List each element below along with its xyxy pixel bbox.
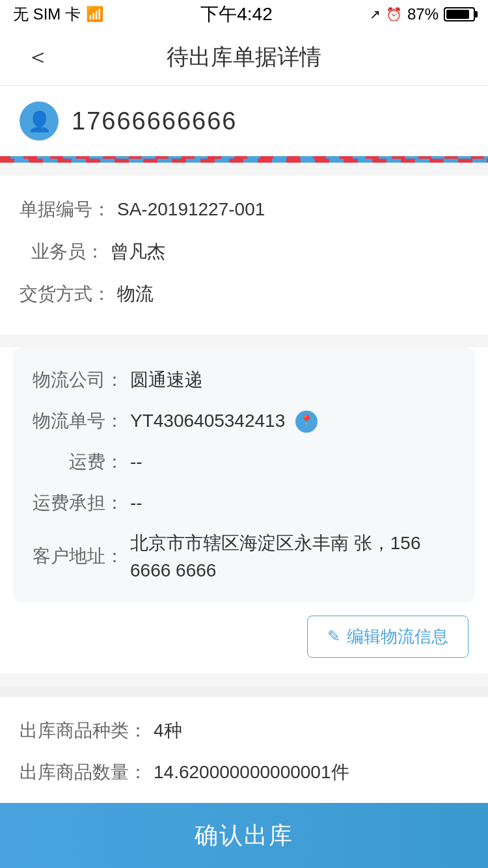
status-left: 无 SIM 卡 📶 [13, 4, 103, 25]
freight-bearer-value: -- [130, 489, 455, 518]
confirm-outbound-label: 确认出库 [195, 820, 293, 852]
customer-header: 👤 17666666666 [0, 86, 488, 159]
status-time: 下午4:42 [200, 2, 273, 27]
address-value: 北京市市辖区海淀区永丰南 张，156 6666 6666 [130, 530, 455, 584]
order-no-row: 单据编号： SA-20191227-001 [20, 195, 468, 224]
logistics-tracking-value: YT43064053424​13 📍 [130, 407, 455, 436]
freight-value: -- [130, 448, 455, 477]
edit-icon: ✎ [327, 627, 340, 645]
product-type-row: 出库商品种类： 4种 [20, 716, 468, 746]
logistics-tracking-label: 物流单号： [33, 407, 130, 436]
logistics-company-value: 圆通速递 [130, 366, 455, 395]
product-summary-section: 出库商品种类： 4种 出库商品数量： 14.620000000000001件 [0, 697, 488, 814]
gray-separator [0, 686, 488, 697]
status-right: ↗ ⏰ 87% [370, 5, 475, 23]
status-bar: 无 SIM 卡 📶 下午4:42 ↗ ⏰ 87% [0, 0, 488, 29]
nav-bar: ＜ 待出库单据详情 [0, 29, 488, 86]
product-type-label: 出库商品种类： [20, 716, 154, 746]
salesman-row: 业务员： 曾凡杰 [20, 237, 468, 267]
product-qty-label: 出库商品数量： [20, 758, 154, 787]
wifi-icon: 📶 [86, 6, 103, 23]
product-qty-value: 14.620000000000001件 [154, 758, 468, 787]
address-label: 客户地址： [33, 542, 130, 571]
page-title: 待出库单据详情 [167, 42, 321, 72]
freight-label: 运费： [33, 448, 130, 477]
battery-label: 87% [407, 5, 439, 23]
carrier-label: 无 SIM 卡 [13, 4, 81, 25]
dashed-divider [0, 159, 488, 163]
logistics-section: 物流公司： 圆通速递 物流单号： YT43064053424​13 📍 运费： … [0, 347, 488, 673]
product-qty-row: 出库商品数量： 14.620000000000001件 [20, 758, 468, 787]
salesman-label: 业务员： [20, 237, 111, 267]
delivery-value: 物流 [117, 280, 468, 309]
alarm-icon: ⏰ [386, 7, 402, 22]
edit-btn-row: ✎ 编辑物流信息 [0, 616, 488, 673]
confirm-outbound-button[interactable]: 确认出库 [0, 803, 488, 868]
order-no-label: 单据编号： [20, 195, 117, 224]
freight-row: 运费： -- [33, 448, 455, 477]
logistics-tracking-row: 物流单号： YT43064053424​13 📍 [33, 407, 455, 436]
logistics-company-row: 物流公司： 圆通速递 [33, 366, 455, 395]
customer-phone: 17666666666 [72, 107, 237, 135]
edit-logistics-button[interactable]: ✎ 编辑物流信息 [307, 616, 468, 658]
salesman-value: 曾凡杰 [111, 237, 468, 267]
back-button[interactable]: ＜ [20, 34, 56, 79]
freight-bearer-row: 运费承担： -- [33, 489, 455, 518]
location-icon: ↗ [370, 7, 381, 22]
tracking-location-icon[interactable]: 📍 [295, 411, 318, 433]
order-info-section: 单据编号： SA-20191227-001 业务员： 曾凡杰 交货方式： 物流 [0, 176, 488, 334]
freight-bearer-label: 运费承担： [33, 489, 130, 518]
avatar: 👤 [20, 102, 59, 141]
avatar-icon: 👤 [27, 110, 51, 133]
edit-logistics-label: 编辑物流信息 [347, 625, 448, 648]
battery-indicator [444, 7, 475, 21]
logistics-company-label: 物流公司： [33, 366, 130, 395]
order-no-value: SA-20191227-001 [117, 195, 468, 224]
delivery-label: 交货方式： [20, 280, 117, 309]
delivery-row: 交货方式： 物流 [20, 280, 468, 309]
product-type-value: 4种 [154, 716, 468, 746]
logistics-card: 物流公司： 圆通速递 物流单号： YT43064053424​13 📍 运费： … [13, 347, 475, 602]
address-row: 客户地址： 北京市市辖区海淀区永丰南 张，156 6666 6666 [33, 530, 455, 584]
